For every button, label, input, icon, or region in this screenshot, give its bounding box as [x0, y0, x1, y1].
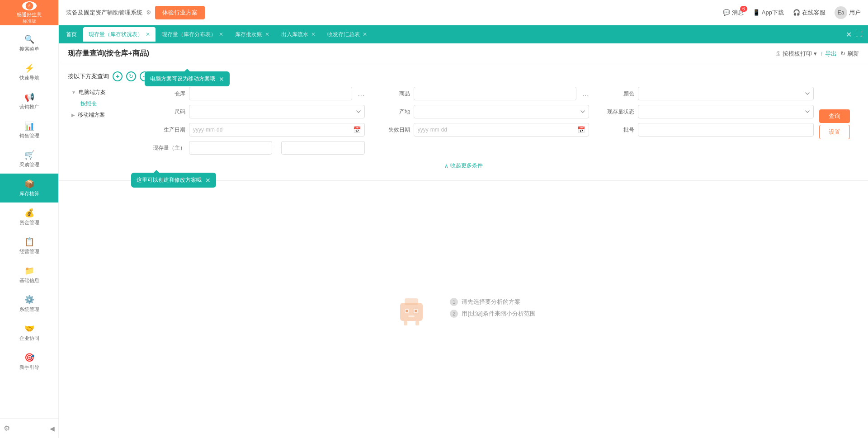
app-version: 标准版	[23, 18, 36, 24]
prod-date-start[interactable]: yyyy-mm-dd 📅	[189, 123, 365, 137]
filter-field-goods: 商品 …	[374, 87, 590, 100]
tab-close-inventory-status[interactable]: ✕	[146, 31, 150, 38]
expire-date-start[interactable]: yyyy-mm-dd 📅	[414, 123, 590, 137]
filter-row-1: 仓库 … 商品 … 颜色	[149, 87, 814, 100]
message-icon: 💬	[723, 9, 730, 16]
goods-more-icon[interactable]: …	[582, 89, 589, 98]
tab-close-recv-summary[interactable]: ✕	[363, 31, 367, 38]
sidebar-item-marketing[interactable]: 📢 营销推广	[0, 87, 58, 116]
sidebar-item-operations[interactable]: 📋 经营管理	[0, 231, 58, 260]
field-label-stock-status: 现存量状态	[598, 108, 634, 116]
tab-recv-summary[interactable]: 收发存汇总表 ✕	[322, 27, 373, 42]
warehouse-more-icon[interactable]: …	[358, 89, 365, 98]
calendar-icon-prod-start: 📅	[353, 126, 361, 133]
filter-header: 按以下方案查询 + ↻ ← 电脑方案可设为移动方案哦 ✕	[68, 71, 859, 81]
btn-export[interactable]: ↑ 导出	[821, 50, 837, 58]
stock-qty-max[interactable]	[281, 141, 364, 155]
export-icon: ↑	[821, 50, 824, 57]
tab-inventory-status[interactable]: 现存量（库存状况表） ✕	[83, 27, 156, 42]
svg-point-7	[415, 310, 417, 312]
tab-inventory-dist[interactable]: 现存量（库存分布表） ✕	[156, 27, 229, 42]
origin-select[interactable]	[414, 105, 590, 118]
filter-fields-container: 仓库 … 商品 … 颜色	[149, 87, 859, 155]
sidebar-item-guide[interactable]: 🎯 新手引导	[0, 347, 58, 376]
collapse-button[interactable]: ∧ 收起更多条件	[444, 162, 483, 170]
filter-field-batch: 批号	[598, 123, 814, 137]
scheme-mobile[interactable]: ▶ 移动端方案	[68, 109, 140, 121]
stock-status-select[interactable]	[638, 105, 814, 118]
btn-industry[interactable]: 体验行业方案	[155, 6, 205, 19]
collapse-row: ∧ 收起更多条件	[68, 158, 859, 173]
btn-template-print[interactable]: 🖨 按模板打印 ▾	[775, 50, 817, 58]
chevron-up-icon: ∧	[444, 163, 448, 169]
warehouse-input[interactable]	[189, 87, 352, 100]
sidebar-item-finance[interactable]: 💰 资金管理	[0, 203, 58, 231]
scheme-pc[interactable]: ▼ 电脑端方案	[68, 87, 140, 98]
stock-qty-min[interactable]	[189, 141, 272, 155]
filter-row-3: 生产日期 yyyy-mm-dd 📅 失效日期 yyyy-mm-dd 📅	[149, 123, 814, 137]
sidebar-bottom: ⚙ ◀	[0, 418, 58, 438]
btn-reset[interactable]: 设置	[819, 125, 850, 139]
tab-inout-flow[interactable]: 出入库流水 ✕	[276, 27, 321, 42]
btn-refresh[interactable]: ↻ 刷新	[840, 50, 859, 58]
tab-close-batch-account[interactable]: ✕	[265, 31, 269, 38]
tab-expand[interactable]: ⛶	[855, 30, 863, 38]
mobile-icon: 📱	[753, 9, 760, 16]
tab-close-inout-flow[interactable]: ✕	[311, 31, 316, 38]
collapse-sidebar-icon[interactable]: ◀	[50, 425, 55, 432]
filter-field-expire-date: 失效日期 yyyy-mm-dd 📅	[374, 123, 590, 137]
svg-rect-2	[400, 303, 423, 321]
settings-dropdown-icon[interactable]: ⚙	[146, 9, 151, 16]
settings-icon[interactable]: ⚙	[4, 424, 10, 433]
filter-label: 按以下方案查询	[68, 72, 109, 80]
sidebar-item-purchase[interactable]: 🛒 采购管理	[0, 145, 58, 174]
svg-point-6	[406, 310, 408, 312]
page-title: 现存量查询(按仓库+商品)	[68, 49, 149, 58]
chevron-down-icon: ▾	[814, 50, 817, 57]
sidebar-item-search[interactable]: 🔍 搜索菜单	[0, 29, 58, 58]
support-button[interactable]: 🎧 在线客服	[793, 9, 826, 17]
svg-rect-10	[415, 321, 419, 325]
empty-content: 1 请先选择要分析的方案 2 用[过滤]条件来缩小分析范围	[391, 289, 535, 330]
tab-batch-account[interactable]: 库存批次账 ✕	[230, 27, 275, 42]
scheme-pc-default[interactable]: 按照仓	[68, 98, 140, 109]
action-buttons: 查询 设置	[819, 109, 850, 139]
batch-input[interactable]	[638, 123, 814, 137]
size-select[interactable]	[189, 105, 365, 118]
stock-qty-range: —	[189, 141, 365, 155]
filter-add-button[interactable]: +	[113, 71, 123, 81]
tooltip1-close[interactable]: ✕	[219, 75, 224, 83]
scheme-tree: ▼ 电脑端方案 按照仓 ▶ 移动端方案	[68, 87, 149, 155]
tab-close-inventory-dist[interactable]: ✕	[219, 31, 223, 38]
gear-icon: ⚙️	[24, 295, 34, 305]
tabbar: 首页 现存量（库存状况表） ✕ 现存量（库存分布表） ✕ 库存批次账 ✕ 出入库…	[59, 25, 868, 43]
sidebar-item-system[interactable]: ⚙️ 系统管理	[0, 289, 58, 318]
sidebar-item-enterprise[interactable]: 🤝 企业协同	[0, 318, 58, 347]
tooltip2-close[interactable]: ✕	[205, 177, 211, 184]
sidebar-item-inventory[interactable]: 📦 库存核算	[0, 174, 58, 203]
filter-row-4: 现存量（主） —	[149, 141, 814, 155]
app-download-button[interactable]: 📱 App下载	[753, 9, 784, 17]
empty-state: 1 请先选择要分析的方案 2 用[过滤]条件来缩小分析范围	[59, 181, 868, 438]
topbar: 装备及固定资产辅助管理系统 ⚙ 体验行业方案 💬 消息 6 📱 App下载 🎧 …	[59, 0, 868, 25]
app-logo: 6 畅通好生意 标准版	[0, 0, 58, 25]
goods-input[interactable]	[414, 87, 577, 100]
tab-home[interactable]: 首页	[61, 27, 82, 42]
calendar-icon-expire-start: 📅	[577, 126, 585, 133]
color-select[interactable]	[638, 87, 814, 100]
clipboard-icon: 📋	[24, 237, 34, 247]
sidebar-item-quick-nav[interactable]: ⚡ 快速导航	[0, 58, 58, 87]
sidebar-item-basic[interactable]: 📁 基础信息	[0, 260, 58, 289]
tab-close-all[interactable]: ✕	[846, 30, 852, 39]
megaphone-icon: 📢	[24, 92, 34, 102]
box-icon: 📦	[24, 179, 34, 189]
field-label-stock-qty: 现存量（主）	[149, 144, 185, 152]
sidebar-item-sales[interactable]: 📊 销售管理	[0, 116, 58, 145]
messages-button[interactable]: 💬 消息 6	[723, 9, 744, 17]
topbar-right: 💬 消息 6 📱 App下载 🎧 在线客服 Ea 用户	[723, 6, 861, 19]
filter-refresh-button[interactable]: ↻	[126, 71, 136, 81]
message-badge: 6	[740, 6, 747, 12]
user-menu[interactable]: Ea 用户	[835, 6, 861, 19]
btn-search[interactable]: 查询	[819, 109, 850, 123]
tooltip-create-scheme: 这里可以创建和修改方案哦 ✕	[131, 173, 216, 188]
